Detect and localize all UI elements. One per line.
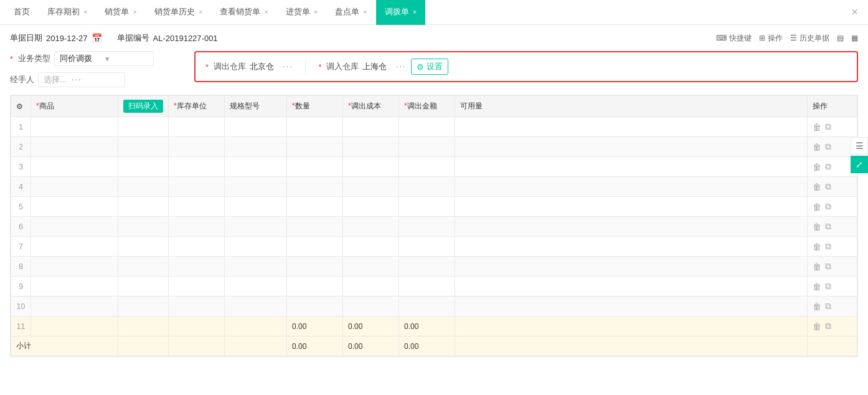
cell-amount [399, 157, 455, 177]
delete-icon[interactable]: 🗑 [813, 222, 821, 232]
business-type-select[interactable]: 同价调拨 ▾ [54, 51, 154, 66]
delete-icon[interactable]: 🗑 [813, 202, 821, 212]
cell-qty [287, 157, 343, 177]
cell-qty [287, 117, 343, 137]
cell-product[interactable] [31, 177, 118, 197]
cell-op: 🗑 ⧉ [808, 177, 857, 197]
subtotal-op [808, 336, 857, 356]
row-num: 1 [11, 117, 31, 137]
layout-button2[interactable]: ▦ [851, 34, 858, 42]
cell-op: 🗑 ⧉ [808, 117, 857, 137]
copy-icon[interactable]: ⧉ [825, 261, 831, 272]
cell-unit [169, 137, 225, 157]
handler-select[interactable]: 选择... ··· [38, 72, 125, 87]
operations-button[interactable]: ⊞ 操作 [759, 33, 783, 44]
delete-icon[interactable]: 🗑 [813, 282, 821, 292]
setting-button[interactable]: ⚙ 设置 [411, 59, 448, 75]
copy-icon[interactable]: ⧉ [825, 321, 831, 331]
tab-sales-order[interactable]: 销货单 × [96, 0, 145, 25]
table-row: 3 🗑 ⧉ [11, 157, 857, 177]
close-icon[interactable]: × [264, 8, 268, 16]
cell-op: 🗑 ⧉ [808, 316, 857, 336]
copy-icon[interactable]: ⧉ [825, 121, 831, 132]
row-num: 9 [11, 277, 31, 297]
cell-cost [343, 137, 399, 157]
form-left: * 业务类型 同价调拨 ▾ 经手人 选择... ··· [10, 51, 184, 87]
cell-product[interactable] [31, 297, 118, 316]
delete-icon[interactable]: 🗑 [813, 162, 821, 172]
cell-qty [287, 297, 343, 316]
tab-transfer[interactable]: 调拨单 × [376, 0, 425, 25]
copy-icon[interactable]: ⧉ [825, 281, 831, 292]
delete-icon[interactable]: 🗑 [813, 242, 821, 252]
grid-icon: ⊞ [759, 34, 765, 42]
tab-stocktake[interactable]: 盘点单 × [326, 0, 375, 25]
subtotal-label: 小计 [11, 336, 118, 356]
subtotal-available [455, 336, 808, 356]
cell-qty [287, 217, 343, 237]
copy-icon[interactable]: ⧉ [825, 201, 831, 212]
copy-icon[interactable]: ⧉ [825, 181, 831, 192]
tab-bar-close-button[interactable]: × [846, 6, 863, 19]
copy-icon[interactable]: ⧉ [825, 241, 831, 252]
cell-product[interactable] [31, 197, 118, 217]
in-warehouse-field: * 调入仓库 上海仓 ··· [318, 61, 405, 72]
handler-more-icon[interactable]: ··· [72, 74, 82, 85]
copy-icon[interactable]: ⧉ [825, 221, 831, 232]
required-star-in: * [318, 62, 321, 72]
chevron-down-icon: ▾ [105, 54, 148, 64]
scan-button[interactable]: 扫码录入 [123, 100, 163, 113]
copy-icon[interactable]: ⧉ [825, 301, 831, 312]
cell-op: 🗑 ⧉ [808, 257, 857, 277]
subtotal-row: 小计 0.00 0.00 0.00 [11, 336, 857, 356]
row-num: 6 [11, 217, 31, 237]
cell-product[interactable] [31, 157, 118, 177]
cell-unit [169, 237, 225, 257]
tab-inventory-init[interactable]: 库存期初 × [39, 0, 96, 25]
tab-home[interactable]: 首页 [5, 0, 39, 25]
close-icon[interactable]: × [413, 8, 417, 16]
cell-product[interactable] [31, 237, 118, 257]
delete-icon[interactable]: 🗑 [813, 262, 821, 272]
close-icon[interactable]: × [314, 8, 318, 16]
layout-button1[interactable]: ▤ [837, 34, 844, 42]
side-expand-icon[interactable]: ⤢ [851, 156, 868, 173]
cell-product[interactable] [31, 117, 118, 137]
cell-spec [225, 117, 287, 137]
shortcuts-button[interactable]: ⌨ 快捷键 [716, 33, 752, 44]
number-field: 单据编号 AL-20191227-001 [117, 32, 218, 44]
tab-view-sales[interactable]: 查看销货单 × [211, 0, 276, 25]
cell-scan [118, 157, 169, 177]
col-gear[interactable]: ⚙ [11, 96, 31, 117]
table-row: 11 0.00 0.00 0.00 🗑 ⧉ [11, 316, 857, 336]
copy-icon[interactable]: ⧉ [825, 161, 831, 172]
delete-icon[interactable]: 🗑 [813, 142, 821, 152]
col-product: *商品 [31, 96, 118, 117]
cell-product[interactable] [31, 217, 118, 237]
close-icon[interactable]: × [199, 8, 202, 16]
cell-spec [225, 237, 287, 257]
in-warehouse-more-icon[interactable]: ··· [395, 61, 405, 72]
cell-available [455, 277, 808, 297]
delete-icon[interactable]: 🗑 [813, 321, 821, 331]
close-icon[interactable]: × [133, 8, 136, 16]
copy-icon[interactable]: ⧉ [825, 141, 831, 152]
tab-purchase[interactable]: 进货单 × [277, 0, 326, 25]
tab-sales-history[interactable]: 销货单历史 × [146, 0, 211, 25]
close-icon[interactable]: × [83, 8, 87, 16]
side-list-icon[interactable]: ☰ [851, 137, 868, 155]
cell-available [455, 157, 808, 177]
delete-icon[interactable]: 🗑 [813, 302, 821, 312]
close-icon[interactable]: × [363, 8, 367, 16]
cell-product[interactable] [31, 277, 118, 297]
cell-product[interactable] [31, 137, 118, 157]
business-type-value: 同价调拨 [60, 53, 103, 64]
cell-product[interactable] [31, 257, 118, 277]
history-icon: ☰ [790, 34, 797, 42]
calendar-icon[interactable]: 📅 [92, 33, 102, 43]
delete-icon[interactable]: 🗑 [813, 182, 821, 192]
cell-product[interactable] [31, 316, 118, 336]
history-button[interactable]: ☰ 历史单据 [790, 33, 829, 44]
out-warehouse-more-icon[interactable]: ··· [283, 61, 293, 72]
delete-icon[interactable]: 🗑 [813, 122, 821, 132]
